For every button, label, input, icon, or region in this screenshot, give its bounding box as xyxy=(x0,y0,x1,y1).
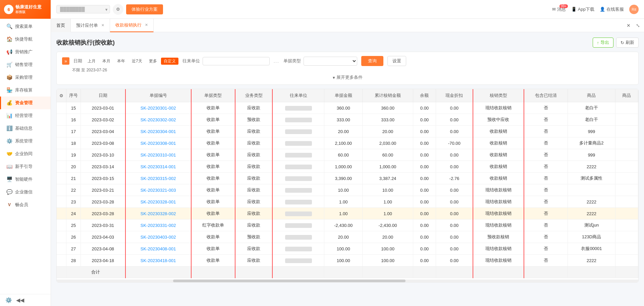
td-settings[interactable] xyxy=(57,184,66,196)
td-date: 2023-03-28 xyxy=(81,208,125,220)
sidebar-label-basics: 基础信息 xyxy=(15,125,33,131)
bill-no-link[interactable]: SK-20230308-001 xyxy=(141,141,176,146)
tab-home[interactable]: 首页 xyxy=(51,19,71,32)
sidebar-item-guide[interactable]: 📖 新手引导 xyxy=(0,160,51,173)
td-settings[interactable] xyxy=(57,102,66,114)
td-settings[interactable] xyxy=(57,243,66,255)
sidebar-item-quick-nav[interactable]: 🏠 快捷导航 xyxy=(0,33,51,46)
bill-no-link[interactable]: SK-20230331-002 xyxy=(141,223,176,228)
table-scroll[interactable]: ⚙ 序号 日期 单据编号 单据类型 业务类型 往来单位 单据金额 累计核销金额 … xyxy=(57,89,638,278)
bill-no-link[interactable]: SK-20230408-001 xyxy=(141,246,176,251)
bill-no-link[interactable]: SK-20230328-002 xyxy=(141,211,176,216)
td-cash-discount: -2.76 xyxy=(436,173,473,184)
sidebar-item-marketing[interactable]: 📢 营销推广 xyxy=(0,46,51,58)
sidebar-item-basics[interactable]: ℹ️ 基础信息 xyxy=(0,122,51,135)
sidebar-item-member[interactable]: V 畅会员 xyxy=(0,198,51,211)
sidebar-item-purchase[interactable]: 📦 采购管理 xyxy=(0,71,51,84)
date-opt-more[interactable]: 更多 xyxy=(146,58,160,65)
bill-no-link[interactable]: SK-20230328-001 xyxy=(141,199,176,204)
collapse-icon[interactable]: ◀◀ xyxy=(16,297,24,303)
filter-partner-input[interactable] xyxy=(203,57,270,65)
td-bill-type: 收款单 xyxy=(191,161,235,173)
sidebar-item-enterprise[interactable]: 🤝 企业协同 xyxy=(0,147,51,160)
tab-collection-verify[interactable]: 收款核销执行 ✕ xyxy=(110,19,154,32)
td-partner xyxy=(272,255,324,266)
settings-footer-icon[interactable]: ⚙️ xyxy=(5,297,12,303)
td-bill-amount: 1.00 xyxy=(324,196,363,208)
bill-no-link[interactable]: SK-20230314-001 xyxy=(141,164,176,169)
td-bill-type: 收款单 xyxy=(191,173,235,184)
tab-pre-apply[interactable]: 预计应付单 ✕ xyxy=(71,19,110,32)
th-bill-type: 单据类型 xyxy=(191,89,235,102)
td-partner xyxy=(272,102,324,114)
td-settings[interactable] xyxy=(57,255,66,266)
query-btn[interactable]: 查询 xyxy=(361,56,383,66)
date-opt-last-month[interactable]: 上月 xyxy=(85,58,98,65)
sidebar-item-sales[interactable]: 🛒 销售管理 xyxy=(0,58,51,71)
td-settings[interactable] xyxy=(57,126,66,137)
td-settings[interactable] xyxy=(57,137,66,149)
topbar-right: ✉ 消息 99+ 📱 App下载 👤 在线客服 Rit xyxy=(552,5,639,14)
online-service-btn[interactable]: 👤 在线客服 xyxy=(600,6,624,12)
td-settings[interactable] xyxy=(57,220,66,231)
td-settings[interactable] xyxy=(57,149,66,161)
date-opt-this-month[interactable]: 本月 xyxy=(100,58,113,65)
bill-no-link[interactable]: SK-20230403-002 xyxy=(141,235,176,240)
filter-date-range: 不限 至 2023-07-26 xyxy=(72,67,107,73)
company-selector[interactable]: ████████ ▾ xyxy=(56,5,110,13)
td-settings[interactable] xyxy=(57,196,66,208)
app-download-btn[interactable]: 📱 App下载 xyxy=(571,6,594,12)
td-index: 25 xyxy=(66,220,81,231)
bill-no-link[interactable]: SK-20230301-002 xyxy=(141,106,176,111)
sidebar-item-system[interactable]: ⚙️ 系统管理 xyxy=(0,135,51,147)
table-scrollbar[interactable] xyxy=(57,280,638,282)
td-settings[interactable] xyxy=(57,173,66,184)
sidebar-item-finance[interactable]: 💰 资金管理 xyxy=(0,97,51,109)
sidebar-item-search[interactable]: 🔍 搜索菜单 xyxy=(0,20,51,33)
td-settings[interactable] xyxy=(57,231,66,243)
filter-bill-type-select[interactable] xyxy=(304,57,357,66)
notification-btn[interactable]: ✉ 消息 99+ xyxy=(552,6,566,12)
bill-no-link[interactable]: SK-20230302-002 xyxy=(141,117,176,122)
tab-collection-close[interactable]: ✕ xyxy=(145,23,148,27)
th-settings[interactable]: ⚙ xyxy=(57,89,66,102)
td-balance: 0.00 xyxy=(413,220,436,231)
td-partner xyxy=(272,220,324,231)
topbar-settings-btn[interactable]: ⚙ xyxy=(113,4,123,15)
filter-expand-btn[interactable]: » xyxy=(62,57,69,65)
sidebar-item-wechat[interactable]: 💬 企业微信 xyxy=(0,186,51,198)
td-biz-type: 应收款 xyxy=(235,173,272,184)
scrollbar-thumb[interactable] xyxy=(173,280,406,282)
sidebar-item-hardware[interactable]: 🖥️ 智能硬件 xyxy=(0,173,51,186)
tab-pre-apply-close[interactable]: ✕ xyxy=(101,23,104,27)
td-cumulative-verify: 100.00 xyxy=(363,243,413,255)
app-name: 畅康道好生意 xyxy=(15,4,42,10)
trial-btn[interactable]: 体验行业方案 xyxy=(126,4,163,14)
td-balance: 0.00 xyxy=(413,196,436,208)
td-cumulative-verify: 20.00 xyxy=(363,231,413,243)
td-settings[interactable] xyxy=(57,114,66,126)
sidebar-item-inventory[interactable]: 🏪 库存核算 xyxy=(0,84,51,97)
td-bill-amount: 1,000.00 xyxy=(324,161,363,173)
date-opt-custom[interactable]: 自定义 xyxy=(161,58,178,65)
user-name-btn[interactable]: Rit xyxy=(629,5,639,14)
td-cash-discount: 0.00 xyxy=(436,114,473,126)
bill-no-link[interactable]: SK-20230321-003 xyxy=(141,188,176,193)
date-opt-7days[interactable]: 近7天 xyxy=(129,58,145,65)
td-cash-discount: 0.00 xyxy=(436,243,473,255)
date-opt-this-year[interactable]: 本年 xyxy=(114,58,128,65)
filter-settings-btn[interactable]: 设置 xyxy=(387,56,406,66)
refresh-btn[interactable]: ↻ 刷新 xyxy=(616,38,639,48)
bill-no-link[interactable]: SK-20230418-001 xyxy=(141,258,176,263)
expand-conditions-btn[interactable]: ▾ 展开更多条件 xyxy=(62,73,633,80)
td-settings[interactable] xyxy=(57,161,66,173)
bill-no-link[interactable]: SK-20230310-001 xyxy=(141,152,176,158)
marketing-icon: 📢 xyxy=(6,49,12,55)
td-settings[interactable] xyxy=(57,208,66,220)
bill-no-link[interactable]: SK-20230304-001 xyxy=(141,129,176,134)
export-btn[interactable]: ↑ 导出 xyxy=(593,38,614,48)
sidebar-item-operations[interactable]: 📊 经营管理 xyxy=(0,109,51,122)
tab-close-btn[interactable]: ✕ xyxy=(625,21,632,29)
tab-expand-btn[interactable]: ⤡ xyxy=(635,21,641,29)
bill-no-link[interactable]: SK-20230315-002 xyxy=(141,176,176,181)
